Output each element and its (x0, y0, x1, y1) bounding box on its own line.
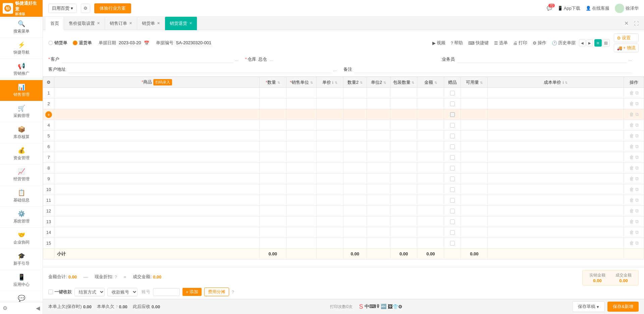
sidebar-item-marketing[interactable]: 📢 营销推广 (0, 59, 43, 80)
account-select[interactable]: 收款账号 (107, 288, 138, 296)
save-new-button[interactable]: 保存&新增 (607, 302, 639, 312)
tab-sale-order[interactable]: 销售订单 ✕ (105, 17, 137, 30)
radio-return[interactable]: 退货单 (73, 40, 92, 46)
table-view-btn[interactable]: ⊞ (602, 39, 610, 47)
sidebar-item-basic[interactable]: 📋 基础信息 (0, 186, 43, 207)
print-btn[interactable]: 🖨 打印 (511, 39, 529, 47)
packqty-cell[interactable] (390, 88, 417, 99)
product-cell-active[interactable] (54, 109, 260, 120)
tab-sale-goods-close[interactable]: ✕ (157, 21, 160, 25)
message-icon[interactable]: 💬 70 (547, 6, 552, 11)
cost-sort-icon[interactable]: ⇅ (565, 81, 568, 84)
amount-cell[interactable] (417, 99, 444, 109)
logistics-action-btn[interactable]: 🚚 + 物流 (614, 44, 639, 52)
avail-sort-icon[interactable]: ⇅ (480, 81, 483, 84)
delete-icon[interactable]: 🗑 (629, 240, 634, 246)
online-service-link[interactable]: 👤 在线客服 (586, 5, 609, 11)
daily-select[interactable]: 日用百货 ▾ (48, 4, 77, 13)
sidebar-item-system[interactable]: ⚙️ 系统管理 (0, 207, 43, 228)
delete-icon[interactable]: 🗑 (629, 230, 634, 235)
available-cell[interactable] (461, 99, 488, 109)
help-btn[interactable]: ? 帮助 (449, 39, 465, 47)
delete-icon[interactable]: 🗑 (629, 208, 634, 214)
available-cell[interactable] (461, 88, 488, 99)
shortcut-btn[interactable]: ⌨ 快捷键 (466, 39, 491, 47)
delete-icon[interactable]: 🗑 (629, 165, 634, 171)
price-info-icon[interactable]: ℹ (332, 80, 333, 84)
price-cell[interactable] (316, 88, 343, 99)
delete-icon[interactable]: 🗑 (629, 187, 634, 192)
qty2-cell[interactable] (343, 88, 367, 99)
address-input[interactable] (68, 66, 332, 73)
delete-icon[interactable]: 🗑 (629, 101, 634, 107)
copy-icon[interactable]: ⧉ (635, 208, 639, 214)
product-cell[interactable] (54, 88, 260, 99)
qty-cell[interactable] (259, 88, 286, 99)
tab-sale-extract[interactable]: 售价提取设置 ✕ (64, 17, 105, 30)
product-input[interactable] (56, 112, 257, 117)
price-cell[interactable] (316, 99, 343, 109)
copy-icon[interactable]: ⧉ (635, 133, 639, 139)
collapse-icon[interactable]: ◀ (36, 305, 40, 311)
copy-icon[interactable]: ⧉ (635, 122, 639, 128)
topbar-settings-button[interactable]: ⚙ (81, 4, 90, 13)
radio-sale[interactable]: 销货单 (48, 40, 67, 46)
amount-cell[interactable] (417, 109, 444, 120)
available-cell[interactable] (461, 109, 488, 120)
save-draft-button[interactable]: 保存草稿 ▾ (572, 301, 605, 312)
close-all-button[interactable]: ✕ (622, 19, 631, 28)
select-btn[interactable]: ☰ 选单 (492, 39, 510, 47)
cost-cell[interactable] (488, 88, 624, 99)
add-row-button[interactable]: + (45, 111, 52, 118)
cost-info-icon[interactable]: ℹ (562, 80, 564, 84)
sidebar-item-appstore[interactable]: 📱 应用中心 (0, 270, 43, 291)
amount-sort-icon[interactable]: ⇅ (434, 81, 437, 84)
tab-sale-return[interactable]: 销货退货 ✕ (165, 17, 197, 30)
delete-icon[interactable]: 🗑 (629, 154, 634, 160)
unit-cell[interactable] (286, 88, 316, 99)
prev-arrow[interactable]: ◀ (579, 40, 586, 46)
unit2-cell[interactable] (367, 109, 390, 120)
delete-icon[interactable]: 🗑 (629, 90, 634, 96)
delete-icon[interactable]: 🗑 (629, 144, 634, 149)
tab-sale-goods[interactable]: 销货单 ✕ (137, 17, 165, 30)
account-dots[interactable]: 账号 (142, 289, 150, 295)
scan-btn[interactable]: 扫码录入 (153, 79, 172, 85)
packqty-cell[interactable] (390, 109, 417, 120)
help-icon2[interactable]: ? (115, 274, 117, 279)
settings-bottom-icon[interactable]: ⚙ (3, 305, 7, 311)
sidebar-item-wechat[interactable]: 💬 企业微信 (0, 291, 43, 302)
copy-icon[interactable]: ⧉ (635, 101, 639, 107)
copy-icon[interactable]: ⧉ (635, 230, 639, 235)
experience-button[interactable]: 体验行业方案 (94, 3, 131, 13)
unit-cell[interactable] (286, 109, 316, 120)
sidebar-item-enterprise[interactable]: 🤝 企业协同 (0, 228, 43, 249)
qty2-cell[interactable] (343, 99, 367, 109)
copy-icon[interactable]: ⧉ (635, 165, 639, 171)
copy-icon[interactable]: ⧉ (635, 240, 639, 246)
notes-input[interactable] (354, 66, 632, 73)
delete-icon[interactable]: 🗑 (629, 219, 634, 225)
cost-cell[interactable] (488, 109, 624, 120)
date-value[interactable]: 2023-03-20 (117, 40, 143, 46)
tab-sale-return-close[interactable]: ✕ (189, 21, 192, 25)
next-arrow[interactable]: ▶ (586, 40, 593, 46)
delete-icon[interactable]: 🗑 (629, 133, 634, 139)
copy-icon[interactable]: ⧉ (635, 90, 639, 96)
price-sort-icon[interactable]: ⇅ (335, 81, 337, 84)
gift-cell[interactable] (444, 109, 461, 120)
amount-input[interactable] (153, 288, 180, 296)
grid-view-btn[interactable]: ≡ (594, 39, 602, 47)
copy-icon[interactable]: ⧉ (635, 197, 639, 203)
product-cell[interactable] (54, 99, 260, 109)
settings-action-btn[interactable]: ⚙ 设置 (614, 34, 639, 42)
tab-sale-extract-close[interactable]: ✕ (97, 21, 100, 25)
history-btn[interactable]: 🕐 历史单据 (550, 39, 578, 47)
address-dots[interactable]: ... (333, 67, 337, 72)
copy-icon[interactable]: ⧉ (635, 144, 639, 149)
sidebar-item-guide[interactable]: 🎓 新手引导 (0, 249, 43, 270)
one-click-checkbox[interactable]: 一键收款 (48, 289, 72, 295)
payment-help-icon[interactable]: ? (232, 290, 234, 295)
sidebar-item-inventory[interactable]: 📦 库存核算 (0, 122, 43, 143)
copy-icon[interactable]: ⧉ (635, 176, 639, 182)
